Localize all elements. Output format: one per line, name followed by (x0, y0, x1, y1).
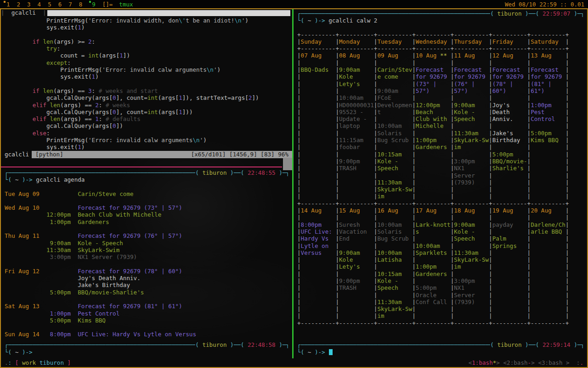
window-item-3:bash[interactable]: <3:bash > (535, 359, 570, 366)
terminal-line (5, 261, 289, 268)
workspace-indicator-dot (4, 1, 6, 3)
terminal-line (5, 324, 289, 331)
session-status: .: [ work tiburon ] (5, 359, 71, 366)
terminal-line: |Versus |9:00am |10:00am |Sparklets |11:… (297, 249, 584, 256)
shell-prompt[interactable]: └( ~ )-> (5, 349, 289, 356)
layout-icon[interactable]: []= (102, 1, 113, 8)
tmux-indicator: tmux (119, 1, 133, 8)
calw-shell[interactable]: ┌───────────────────────────────────────… (294, 9, 587, 358)
shell-prompt[interactable]: └( ~ )-> gcalcli calw 2 (297, 17, 584, 24)
workspace-7[interactable]: 7 (68, 1, 72, 8)
left-pane[interactable]: | gcalcli | PrintErrMsg('Error: invalid … (1, 9, 292, 358)
terminal-line: gcal.CalQuery(args[0], count=int(args[1]… (5, 94, 292, 101)
terminal-line: Jake's Birthday (5, 282, 289, 288)
terminal-line: gcal.CalQuery(args[0]) (5, 122, 292, 129)
vim-tab-label[interactable]: gcalcli (5, 9, 43, 16)
workspace-2[interactable]: 2 (17, 1, 21, 8)
terminal-line: | |Kole |Latisha | |SkyLark-Sw| | | (297, 256, 584, 263)
terminal-line: |8:00pm |Suresh |10:00am |Lark-knott|9:0… (297, 221, 584, 228)
statusline-bar: [python] [x65/d101] [1456,9] [83] 96% (32, 151, 292, 158)
terminal-line: Joy's Death Anniv. (5, 275, 289, 282)
frame-line: ────────────────────────────────────────… (301, 10, 491, 17)
terminal-line: |14 Aug |15 Aug |16 Aug |17 Aug |18 Aug … (297, 207, 584, 214)
workspace-6[interactable]: 6 (58, 1, 62, 8)
terminal-line: +----------+----------+----------+------… (297, 320, 584, 327)
terminal-line: try: (5, 45, 292, 52)
agenda-shell[interactable]: ┌───────────────────────────────────────… (1, 167, 292, 358)
terminal-line: | |Lety's | |1:00pm |im | | | (297, 263, 584, 270)
terminal-line: | |10:00am |FCoE | | | | | (297, 94, 584, 101)
terminal-line: elif len(args) == 1: # defaults (5, 115, 292, 122)
terminal-line: if len(args) == 3: # weeks and start (5, 87, 292, 94)
terminal-line: | |TRASH |Speech | |NX1 |Sharlie's | | (297, 165, 584, 172)
terminal-line: |UFC Live: |Vacation |Solaris |s |Kole -… (297, 228, 584, 235)
tab-pipe-right: | (43, 9, 46, 16)
workspace-9[interactable]: 9 (89, 1, 96, 8)
terminal-line: else: (5, 130, 292, 137)
terminal-line: | | |im | | | | | (297, 193, 584, 200)
shell-prompt[interactable]: └( ~ )-> gcalcli agenda (5, 176, 289, 183)
terminal-line: | |Lety's | |(73° | |(76° | |(78° | |(81… (297, 80, 584, 87)
tab-pipe-left: | (1, 9, 5, 16)
vim-cmdline[interactable] (1, 159, 292, 167)
workspace-3[interactable]: 3 (27, 1, 31, 8)
window-frame: | gcalcli | PrintErrMsg('Error: invalid … (0, 8, 588, 368)
terminal-line: Thu Aug 11 Forecast for 92679 (76° | 57°… (5, 232, 289, 239)
terminal-line: +----------+----------+----------+------… (297, 31, 584, 38)
terminal-line: | |HD00000031|Developmen|12:00pm |9:00am… (297, 102, 584, 109)
prompt-frame: ┌───────────────────────────────────────… (297, 341, 584, 348)
terminal-line: | |laptop |10:00am |Michelle | | | | (297, 122, 584, 129)
workspace-indicator-dot (89, 1, 91, 3)
calendar-grid: +----------+----------+----------+------… (297, 31, 584, 327)
calw-bottom-prompt: ┌───────────────────────────────────────… (297, 341, 584, 358)
terminal-line: | | |im | | | | | (297, 312, 584, 319)
frame-line: ────────────────────────────────────────… (8, 341, 196, 348)
terminal-line: 3:00pm NX1 Server (7939) (5, 253, 289, 260)
window-list: <1:bash*> <2:bash-> <3:bash > :. (469, 359, 583, 366)
tmux-statusbar: .: [ work tiburon ] <1:bash*> <2:bash-> … (1, 358, 587, 367)
terminal-line: | |9:00pm |Kole - | |3:00pm | | | (297, 277, 584, 284)
terminal-line: |Lytle on | | |10:00am | |Springs | | (297, 242, 584, 249)
terminal-line: +----------+----------+----------+------… (297, 200, 584, 207)
workspace-8[interactable]: 8 (79, 1, 83, 8)
window-item-1:bash[interactable]: <1:bash*> (469, 359, 500, 366)
statusline-filename: gcalcli (1, 151, 32, 158)
terminal-line: except: (5, 59, 292, 66)
terminal-line (5, 296, 289, 303)
terminal-line: | | |9:00am |57°) |57°) |60°) |61°) | (297, 87, 584, 94)
scrollbar-thumb[interactable] (283, 158, 292, 170)
workspace-1[interactable]: 1 (4, 1, 10, 8)
clock: Wed 08/10 22:59 :: 0.01 (505, 1, 584, 8)
terminal-line: 1:00pm Pest Control (5, 310, 289, 317)
terminal-line: | | |10:15am | | |5:00pm | | (297, 151, 584, 158)
prompt-frame: ┌───────────────────────────────────────… (5, 341, 289, 348)
terminal-line (5, 225, 289, 232)
workspace-5[interactable]: 5 (48, 1, 51, 8)
terminal-line: sys.exit(1) (5, 73, 292, 80)
terminal-line (5, 197, 289, 204)
tmux-panes: | gcalcli | PrintErrMsg('Error: invalid … (1, 9, 587, 358)
spacer-line (5, 183, 289, 190)
terminal-line: | | |11:30am | |(7939) | | | (297, 179, 584, 186)
agenda-bottom-prompt: ┌───────────────────────────────────────… (5, 341, 289, 358)
terminal-line: PrintErrMsg('Error: invalid calw argumen… (5, 137, 292, 144)
code-area[interactable]: PrintErrMsg('Error: invalid width, don\'… (1, 16, 292, 151)
terminal-line: | |TRASH |Speech |5:00pm |NX1 | | | (297, 284, 584, 291)
terminal-line: 12:00pm Beach Club with Michelle (5, 211, 289, 218)
terminal-line: | | | | | | | | (297, 214, 584, 221)
terminal-line: | |11:15am |Bug Scrub |1:00pm |SkyLark-S… (297, 137, 584, 144)
terminal-line: 5:00pm Kims BBQ (5, 317, 289, 324)
cursor-block[interactable] (329, 349, 333, 355)
terminal-line: 5:00pm BBQ/movie-Sharlie's (5, 289, 289, 296)
terminal-line: gcal.CalQuery(args[0], count=int(args[1]… (5, 109, 292, 115)
terminal-line: Sun Aug 14 8:00pm UFC Live: Hardy Vs Lyt… (5, 331, 289, 338)
workspace-4[interactable]: 4 (38, 1, 41, 8)
terminal-line (5, 31, 292, 38)
shell-prompt[interactable]: └( ~ )-> (297, 349, 584, 356)
terminal-line: PrintErrMsg('Error: invalid calw argumen… (5, 66, 292, 73)
terminal-line: |Sunday |Monday |Tuesday |Wednesday |Thu… (297, 38, 584, 45)
window-item-2:bash[interactable]: <2:bash-> (500, 359, 535, 366)
terminal-line: count = int(args[1]) (5, 52, 292, 59)
terminal-line: | | |10:15am |Gardeners | | | | (297, 270, 584, 277)
terminal-line: if len(args) >= 2: (5, 38, 292, 45)
